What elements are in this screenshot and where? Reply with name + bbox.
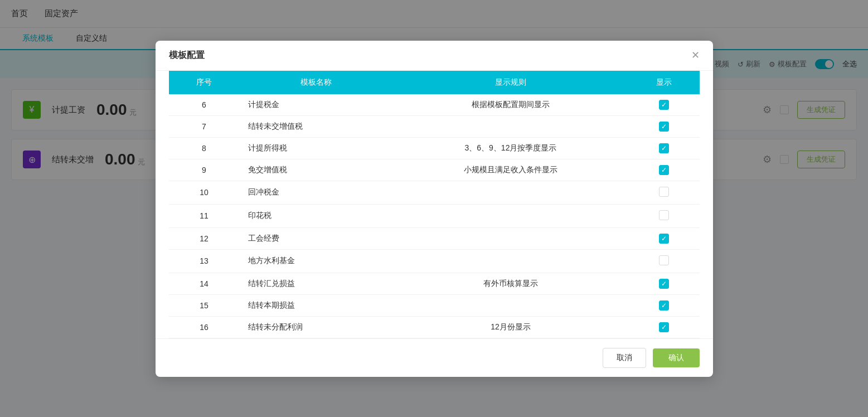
table-row: 16结转未分配利润12月份显示✓	[169, 316, 700, 338]
cell-checkbox[interactable]: ✓	[629, 137, 700, 159]
cell-rule: 小规模且满足收入条件显示	[392, 159, 628, 181]
col-rule: 显示规则	[392, 71, 628, 94]
checkbox-unchecked[interactable]	[659, 187, 669, 197]
checkbox-checked[interactable]: ✓	[659, 165, 669, 175]
cell-name: 印花税	[239, 204, 392, 227]
config-table: 序号 模板名称 显示规则 显示 6计提税金根据模板配置期间显示✓7结转未交增值税…	[169, 71, 700, 338]
checkbox-checked[interactable]: ✓	[659, 279, 669, 289]
cell-name: 结转汇兑损益	[239, 273, 392, 294]
cell-rule: 有外币核算显示	[392, 273, 628, 294]
cell-checkbox[interactable]: ✓	[629, 115, 700, 137]
confirm-button[interactable]: 确认	[653, 348, 700, 367]
cancel-button[interactable]: 取消	[603, 348, 646, 368]
cell-seq: 11	[169, 204, 240, 227]
cell-name: 免交增值税	[239, 159, 392, 181]
table-row: 10回冲税金	[169, 181, 700, 204]
table-row: 6计提税金根据模板配置期间显示✓	[169, 94, 700, 116]
cell-seq: 14	[169, 273, 240, 294]
table-row: 8计提所得税3、6、9、12月按季度显示✓	[169, 137, 700, 159]
modal-header: 模板配置 ✕	[156, 41, 713, 71]
close-icon[interactable]: ✕	[691, 50, 700, 60]
cell-checkbox[interactable]	[629, 181, 700, 204]
cell-rule	[392, 294, 628, 316]
table-body: 6计提税金根据模板配置期间显示✓7结转未交增值税✓8计提所得税3、6、9、12月…	[169, 94, 700, 338]
modal-footer: 取消 确认	[156, 338, 713, 377]
col-name: 模板名称	[239, 71, 392, 94]
col-display: 显示	[629, 71, 700, 94]
cell-rule	[392, 181, 628, 204]
cell-checkbox[interactable]: ✓	[629, 273, 700, 294]
col-seq: 序号	[169, 71, 240, 94]
modal-title: 模板配置	[169, 50, 205, 61]
cell-rule	[392, 249, 628, 273]
cell-rule	[392, 227, 628, 249]
cell-rule: 12月份显示	[392, 316, 628, 338]
cell-name: 工会经费	[239, 227, 392, 249]
checkbox-checked[interactable]: ✓	[659, 300, 669, 311]
cell-rule: 根据模板配置期间显示	[392, 94, 628, 116]
table-header-row: 序号 模板名称 显示规则 显示	[169, 71, 700, 94]
checkbox-checked[interactable]: ✓	[659, 234, 669, 244]
cell-checkbox[interactable]: ✓	[629, 94, 700, 116]
cell-rule	[392, 115, 628, 137]
cell-name: 结转未分配利润	[239, 316, 392, 338]
cell-rule: 3、6、9、12月按季度显示	[392, 137, 628, 159]
modal: 模板配置 ✕ 序号 模板名称 显示规则 显示 6计提税金根据模板配置期间显示✓7…	[156, 41, 713, 377]
cell-seq: 15	[169, 294, 240, 316]
cell-name: 地方水利基金	[239, 249, 392, 273]
checkbox-unchecked[interactable]	[659, 255, 669, 265]
table-row: 15结转本期损益✓	[169, 294, 700, 316]
table-row: 9免交增值税小规模且满足收入条件显示✓	[169, 159, 700, 181]
cell-checkbox[interactable]: ✓	[629, 159, 700, 181]
table-row: 11印花税	[169, 204, 700, 227]
modal-table-container: 序号 模板名称 显示规则 显示 6计提税金根据模板配置期间显示✓7结转未交增值税…	[156, 71, 713, 338]
cell-name: 结转未交增值税	[239, 115, 392, 137]
table-row: 7结转未交增值税✓	[169, 115, 700, 137]
cell-name: 结转本期损益	[239, 294, 392, 316]
cell-seq: 10	[169, 181, 240, 204]
cell-rule	[392, 204, 628, 227]
cell-checkbox[interactable]: ✓	[629, 294, 700, 316]
table-row: 13地方水利基金	[169, 249, 700, 273]
cell-name: 计提所得税	[239, 137, 392, 159]
cell-checkbox[interactable]	[629, 249, 700, 273]
checkbox-checked[interactable]: ✓	[659, 143, 669, 153]
cell-seq: 13	[169, 249, 240, 273]
checkbox-checked[interactable]: ✓	[659, 100, 669, 110]
cell-checkbox[interactable]: ✓	[629, 227, 700, 249]
cell-seq: 8	[169, 137, 240, 159]
table-row: 12工会经费✓	[169, 227, 700, 249]
cell-checkbox[interactable]	[629, 204, 700, 227]
modal-overlay: 模板配置 ✕ 序号 模板名称 显示规则 显示 6计提税金根据模板配置期间显示✓7…	[0, 0, 868, 417]
cell-seq: 6	[169, 94, 240, 116]
checkbox-checked[interactable]: ✓	[659, 122, 669, 132]
cell-seq: 16	[169, 316, 240, 338]
cell-seq: 7	[169, 115, 240, 137]
cell-name: 计提税金	[239, 94, 392, 116]
cell-checkbox[interactable]: ✓	[629, 316, 700, 338]
checkbox-unchecked[interactable]	[659, 210, 669, 220]
cell-seq: 9	[169, 159, 240, 181]
cell-seq: 12	[169, 227, 240, 249]
checkbox-checked[interactable]: ✓	[659, 322, 669, 332]
cell-name: 回冲税金	[239, 181, 392, 204]
table-row: 14结转汇兑损益有外币核算显示✓	[169, 273, 700, 294]
